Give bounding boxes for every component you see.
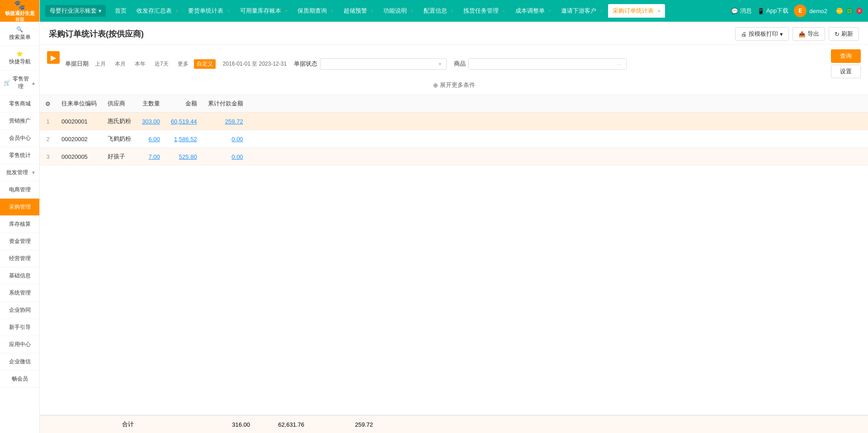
nav-purchase-stats[interactable]: 采购订单统计表 ×: [608, 4, 665, 18]
table-row[interactable]: 1 00020001 惠氏奶粉 303.00 60,519.44 259.72: [40, 113, 868, 130]
template-print-button[interactable]: 🖨 按模板打印 ▾: [735, 27, 789, 41]
top-navbar: 母婴行业演示账套 ▾ 首页 收发存汇总表 × 要货单统计表 × 可用量库存账本 …: [40, 0, 868, 22]
date-range-display: 2016-01-01 至 2023-12-31: [223, 60, 287, 68]
data-table: ⚙ 往来单位编码 供应商 主数量 金额: [40, 95, 868, 166]
export-icon: 📤: [798, 31, 806, 38]
refresh-button[interactable]: ↻ 刷新: [829, 27, 859, 41]
sidebar-item-operations[interactable]: 经营管理: [0, 250, 39, 267]
nav-collect-summary[interactable]: 收发存汇总表 ×: [132, 4, 183, 18]
row-qty-2[interactable]: 6.00: [137, 130, 165, 148]
minimize-btn[interactable]: —: [836, 8, 843, 14]
filter-section: ▶ 单据日期 上月 本月 本年 近7天 更多 自定义: [40, 45, 868, 95]
sidebar-item-inventory[interactable]: 库存核算: [0, 216, 39, 233]
sidebar-item-marketing[interactable]: 营销推广: [0, 113, 39, 130]
user-avatar-btn[interactable]: E demo2: [794, 5, 827, 17]
date-shortcut-this-month[interactable]: 本月: [111, 59, 129, 69]
th-code: 往来单位编码: [56, 95, 102, 113]
sidebar-item-wechat[interactable]: 企业微信: [0, 353, 39, 371]
table-row[interactable]: 2 00020002 飞鹤奶粉 6.00 1,586.52 0.00: [40, 130, 868, 148]
row-amount-3[interactable]: 525.80: [165, 148, 203, 166]
sidebar-item-newguide[interactable]: 新手引导: [0, 319, 39, 336]
nav-tab-close-10[interactable]: ×: [600, 8, 603, 14]
row-supplier-3: 好孩子: [102, 148, 137, 166]
row-paid-2[interactable]: 0.00: [203, 130, 249, 148]
sidebar-item-finance[interactable]: 资金管理: [0, 233, 39, 250]
query-button[interactable]: 查询: [831, 49, 861, 63]
row-amount-2[interactable]: 1,586.52: [165, 130, 203, 148]
maximize-btn[interactable]: □: [846, 8, 853, 14]
nav-tab-close-2[interactable]: ×: [227, 8, 230, 14]
nav-expiry[interactable]: 保质期查询 ×: [293, 4, 338, 18]
message-icon: 💬: [731, 8, 738, 14]
sidebar-item-purchase[interactable]: 采购管理: [0, 199, 39, 216]
date-shortcut-more[interactable]: 更多: [174, 59, 192, 69]
sidebar-item-member2[interactable]: 畅会员: [0, 371, 39, 388]
export-button[interactable]: 📤 导出: [793, 27, 825, 41]
sidebar-item-retail-mgmt[interactable]: 🛒 零售管理 ▲: [0, 71, 39, 95]
logo-icon: 🐾: [14, 0, 25, 10]
sidebar-item-label-wholesale: 批发管理: [4, 169, 30, 176]
nav-home[interactable]: 首页: [110, 4, 131, 18]
filter-toggle-button[interactable]: ▶: [47, 51, 60, 64]
row-paid-3[interactable]: 0.00: [203, 148, 249, 166]
nav-tab-close-3[interactable]: ×: [285, 8, 288, 14]
table-summary-footer: 合计 316.00 62,631.76 259.72: [40, 415, 868, 433]
message-label: 消息: [740, 7, 752, 15]
sidebar-item-label-inventory: 库存核算: [9, 220, 31, 228]
nav-tab-close-7[interactable]: ×: [451, 8, 453, 14]
row-paid-1[interactable]: 259.72: [203, 113, 249, 130]
row-extra-2: [249, 130, 868, 148]
nav-tab-close-1[interactable]: ×: [175, 8, 178, 14]
sidebar-item-quicknav[interactable]: ⭐ 快捷导航: [0, 46, 39, 71]
nav-invite-customer[interactable]: 邀请下游客户 ×: [557, 4, 607, 18]
account-selector[interactable]: 母婴行业演示账套 ▾: [45, 5, 106, 17]
product-input[interactable]: ···: [468, 58, 627, 70]
expand-more-button[interactable]: ⊕ 展开更多条件: [429, 80, 479, 90]
action-buttons: 查询 设置: [831, 49, 861, 78]
nav-tab-close-9[interactable]: ×: [548, 8, 551, 14]
row-amount-1[interactable]: 60,519.44: [165, 113, 203, 130]
th-settings[interactable]: ⚙: [40, 95, 56, 113]
status-select[interactable]: ▾: [320, 58, 447, 70]
sidebar-item-retail-stats[interactable]: 零售统计: [0, 147, 39, 164]
sidebar-item-sys-mgmt[interactable]: 系统管理: [0, 285, 39, 302]
nav-tab-close-4[interactable]: ×: [330, 8, 333, 14]
settings-icon: ⚙: [45, 100, 51, 107]
filter-row-1: 单据日期 上月 本月 本年 近7天 更多 自定义: [65, 49, 861, 78]
app-download-btn[interactable]: 📱 App下载: [757, 7, 788, 15]
sidebar-item-retail-mall[interactable]: 零售商城: [0, 95, 39, 113]
sidebar-item-search[interactable]: 🔍 搜索菜单: [0, 22, 39, 46]
sidebar-item-wholesale[interactable]: 批发管理 ▼: [0, 164, 39, 181]
date-shortcut-last-month[interactable]: 上月: [91, 59, 109, 69]
nav-pick-task-label: 拣货任务管理: [463, 7, 499, 15]
row-qty-3[interactable]: 7.00: [137, 148, 165, 166]
sidebar-item-member[interactable]: 会员中心: [0, 130, 39, 147]
date-filter-group: 单据日期 上月 本月 本年 近7天 更多 自定义: [65, 59, 216, 69]
nav-tab-close-5[interactable]: ×: [371, 8, 373, 14]
footer-amount: 62,631.76: [255, 421, 310, 428]
sidebar-item-ecommerce[interactable]: 电商管理: [0, 181, 39, 199]
product-filter-label: 商品: [454, 60, 466, 68]
nav-overstock[interactable]: 超储预警 ×: [339, 4, 378, 18]
sidebar-item-enterprise[interactable]: 企业协同: [0, 302, 39, 319]
sidebar-item-basic-info[interactable]: 基础信息: [0, 267, 39, 285]
table-row[interactable]: 3 00020005 好孩子 7.00 525.80 0.00: [40, 148, 868, 166]
nav-config[interactable]: 配置信息 ×: [419, 4, 458, 18]
date-custom-badge[interactable]: 自定义: [194, 59, 216, 69]
message-btn[interactable]: 💬 消息: [731, 7, 752, 15]
date-shortcut-7days[interactable]: 近7天: [151, 59, 172, 69]
nav-tab-close-8[interactable]: ×: [502, 8, 505, 14]
star-icon: ⭐: [16, 51, 23, 57]
nav-order-stats[interactable]: 要货单统计表 ×: [184, 4, 234, 18]
close-btn[interactable]: ×: [856, 8, 863, 14]
nav-inventory-book[interactable]: 可用量库存账本 ×: [236, 4, 292, 18]
nav-tab-close-11[interactable]: ×: [657, 8, 660, 14]
nav-functions[interactable]: 功能说明 ×: [379, 4, 418, 18]
row-qty-1[interactable]: 303.00: [137, 113, 165, 130]
nav-cost-adjust[interactable]: 成本调整单 ×: [511, 4, 556, 18]
settings-button[interactable]: 设置: [831, 65, 861, 78]
date-shortcut-this-year[interactable]: 本年: [131, 59, 149, 69]
nav-tab-close-6[interactable]: ×: [410, 8, 413, 14]
nav-pick-task[interactable]: 拣货任务管理 ×: [459, 4, 509, 18]
sidebar-item-app-center[interactable]: 应用中心: [0, 336, 39, 353]
